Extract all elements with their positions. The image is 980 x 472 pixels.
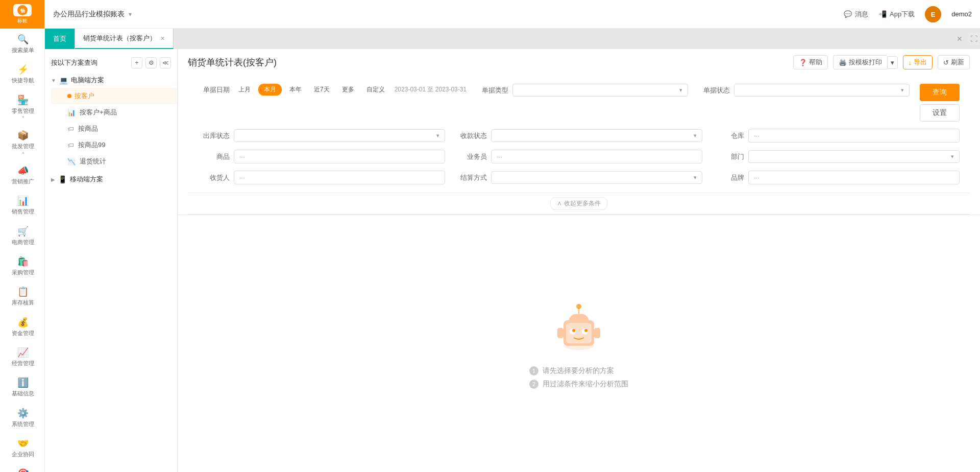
sidebar-item-enterprise[interactable]: 🤝 企业协同	[0, 433, 44, 463]
warehouse-dots: ···	[754, 132, 760, 139]
query-buttons: 查询 设置	[920, 84, 960, 122]
collapse-bar: ∧ 收起更多条件	[188, 193, 970, 215]
sidebar-item-shortcut[interactable]: ⚡ 快捷导航	[0, 59, 44, 89]
scheme-item-by-goods[interactable]: 🏷 按商品	[51, 121, 177, 137]
sidebar-item-system[interactable]: ⚙️ 系统管理	[0, 403, 44, 433]
doc-type-cell: 单据类型 ▾	[477, 84, 688, 97]
message-button[interactable]: 💬 消息	[844, 10, 868, 19]
staff-select[interactable]: ···	[491, 150, 702, 163]
date-tab-last-month[interactable]: 上月	[234, 84, 255, 96]
newbie-icon: 🎯	[17, 468, 29, 472]
export-label: 导出	[914, 58, 927, 67]
template-print-button[interactable]: 🖨️ 按模板打印	[833, 55, 887, 69]
empty-illustration	[548, 295, 609, 356]
scheme-item-label: 按商品	[78, 124, 98, 133]
sidebar-item-ecommerce[interactable]: 🛒 电商管理	[0, 221, 44, 251]
enterprise-icon: 🤝	[17, 438, 29, 449]
svg-rect-6	[566, 323, 592, 343]
top-header: 办公用品行业模拟账表 ▾ 💬 消息 📲 App下载 E demo2	[45, 0, 980, 29]
window-maximize-button[interactable]: ⛶	[968, 33, 980, 45]
goods-select[interactable]: ···	[234, 150, 445, 163]
title-arrow-icon[interactable]: ▾	[129, 11, 132, 18]
scheme-group-pc-header[interactable]: ▼ 💻 电脑端方案	[45, 73, 177, 88]
sidebar-item-label: 搜索菜单	[12, 46, 34, 54]
collapse-scheme-button[interactable]: ≪	[160, 57, 171, 68]
settlement-select[interactable]: ▾	[491, 171, 702, 184]
window-close-button[interactable]: ✕	[953, 33, 966, 45]
sidebar-item-retail[interactable]: 🏪 零售管理 ▾	[0, 89, 44, 125]
chevron-up-icon: ▴	[22, 150, 24, 155]
sidebar-item-wholesale[interactable]: 📦 批发管理 ▴	[0, 125, 44, 160]
recipient-select[interactable]: ···	[234, 171, 445, 184]
receipt-status-select[interactable]: ▾	[491, 129, 702, 142]
date-tab-last-7[interactable]: 近7天	[309, 84, 334, 96]
marketing-icon: 📣	[17, 165, 29, 176]
chevron-down-icon: ▾	[22, 114, 24, 120]
help-icon: ❓	[799, 59, 807, 66]
user-avatar[interactable]: E	[925, 6, 941, 22]
app-download-button[interactable]: 📲 App下载	[878, 10, 915, 19]
doc-status-select[interactable]: ▾	[734, 84, 910, 97]
warehouse-select[interactable]: ···	[748, 129, 960, 143]
template-print-arrow[interactable]: ▾	[887, 56, 898, 69]
export-button[interactable]: ↓ 导出	[903, 55, 933, 69]
scheme-item-by-customer[interactable]: 按客户	[51, 88, 177, 104]
settings-scheme-button[interactable]: ⚙	[145, 57, 157, 68]
sidebar-item-purchase[interactable]: 🛍️ 采购管理	[0, 251, 44, 281]
refresh-button[interactable]: ↺ 刷新	[938, 55, 970, 69]
sidebar-item-label: 电商管理	[12, 239, 34, 246]
date-tab-this-year[interactable]: 本年	[285, 84, 306, 96]
dept-select[interactable]: ▾	[748, 150, 960, 163]
scheme-item-label: 按客户	[75, 91, 94, 101]
sidebar-item-marketing[interactable]: 📣 营销推广	[0, 160, 44, 190]
sidebar-item-finance[interactable]: 💰 资金管理	[0, 312, 44, 342]
sidebar-item-newbie[interactable]: 🎯 新手引导	[0, 463, 44, 472]
tip-num-2: 2	[529, 380, 538, 389]
help-button[interactable]: ❓ 帮助	[793, 55, 828, 69]
scheme-item-by-customer-goods[interactable]: 📊 按客户+商品	[51, 104, 177, 121]
settings-button[interactable]: 设置	[920, 104, 960, 122]
header-right: 💬 消息 📲 App下载 E demo2	[844, 6, 972, 22]
header-left: 办公用品行业模拟账表 ▾	[53, 10, 132, 19]
app-download-label: App下载	[890, 10, 915, 19]
collapse-button[interactable]: ∧ 收起更多条件	[550, 197, 607, 210]
shortcut-icon: ⚡	[17, 64, 29, 75]
brand-select[interactable]: ···	[748, 171, 960, 184]
app-title: 办公用品行业模拟账表	[53, 10, 125, 19]
sidebar-item-label: 企业协同	[12, 451, 34, 458]
sidebar: 畅 标账 🔍 搜索菜单 ⚡ 快捷导航 🏪 零售管理 ▾ 📦 批发管理 ▴ 📣 营…	[0, 0, 45, 472]
out-status-select[interactable]: ▾	[234, 129, 445, 142]
query-button[interactable]: 查询	[920, 84, 960, 101]
svg-text:E: E	[931, 11, 936, 18]
warehouse-label: 仓库	[713, 131, 748, 140]
sidebar-item-sales[interactable]: 📊 销售管理	[0, 190, 44, 220]
inventory-icon: 📋	[17, 286, 29, 297]
sidebar-item-inventory[interactable]: 📋 库存核算	[0, 281, 44, 311]
refresh-icon: ↺	[943, 59, 949, 66]
sidebar-item-operation[interactable]: 📈 经营管理	[0, 342, 44, 372]
main-area: 办公用品行业模拟账表 ▾ 💬 消息 📲 App下载 E demo2 首页	[45, 0, 980, 472]
sidebar-item-search[interactable]: 🔍 搜索菜单	[0, 29, 44, 59]
template-print-group: 🖨️ 按模板打印 ▾	[833, 55, 898, 69]
mobile-group-icon: 📱	[58, 175, 67, 183]
staff-cell: 业务员 ···	[455, 150, 702, 163]
finance-icon: 💰	[17, 317, 29, 328]
sidebar-item-basic[interactable]: ℹ️ 基础信息	[0, 372, 44, 402]
scheme-group-mobile-header[interactable]: ▶ 📱 移动端方案	[45, 172, 177, 187]
date-tab-custom[interactable]: 自定义	[362, 84, 389, 96]
refresh-label: 刷新	[951, 58, 964, 67]
empty-tips: 1 请先选择要分析的方案 2 用过滤条件来缩小分析范围	[529, 366, 628, 393]
tab-home[interactable]: 首页	[45, 29, 75, 49]
scheme-item-return-stat[interactable]: 📉 退货统计	[51, 153, 177, 170]
add-scheme-button[interactable]: +	[131, 57, 142, 68]
sidebar-item-label: 零售管理	[12, 107, 34, 114]
tab-sales-stat[interactable]: 销货单统计表（按客户） ✕	[75, 29, 174, 49]
tab-close-icon[interactable]: ✕	[160, 35, 165, 42]
scheme-item-by-goods-99[interactable]: 🏷 按商品99	[51, 137, 177, 153]
sidebar-item-label: 基础信息	[12, 390, 34, 397]
operation-icon: 📈	[17, 347, 29, 358]
scheme-items-pc: 按客户 📊 按客户+商品 🏷 按商品 🏷 按商品99	[51, 88, 177, 170]
date-tab-more[interactable]: 更多	[337, 84, 359, 96]
date-tab-this-month[interactable]: 本月	[258, 84, 282, 96]
doc-type-select[interactable]: ▾	[512, 84, 688, 97]
